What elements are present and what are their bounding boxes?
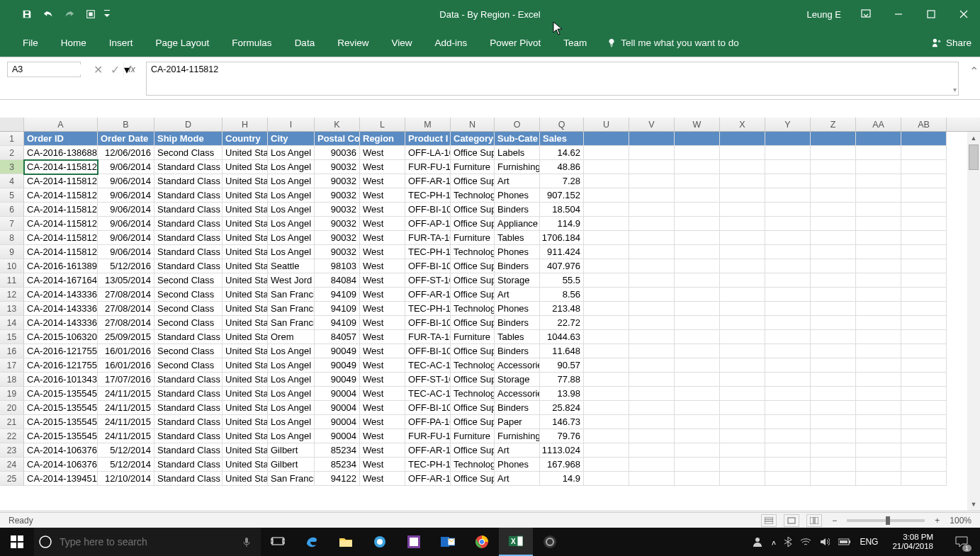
cell[interactable]: 85234 bbox=[315, 443, 360, 458]
cell[interactable]: 5/12/2014 bbox=[98, 443, 154, 458]
cell[interactable] bbox=[629, 231, 675, 245]
cell[interactable] bbox=[856, 330, 901, 344]
cell[interactable]: Technolog bbox=[451, 245, 495, 259]
cell[interactable]: CA-2016-121755 bbox=[24, 344, 98, 358]
cell[interactable]: Los Angel bbox=[268, 188, 315, 203]
column-header[interactable]: I bbox=[268, 118, 315, 131]
qat-customize-button[interactable] bbox=[102, 4, 112, 24]
row-header[interactable]: 9 bbox=[0, 245, 24, 259]
column-header[interactable]: D bbox=[154, 118, 223, 131]
cell[interactable]: Binders bbox=[495, 316, 540, 330]
cell[interactable]: 90032 bbox=[315, 203, 360, 217]
column-header[interactable]: K bbox=[315, 118, 360, 131]
cell[interactable] bbox=[720, 160, 765, 174]
cell[interactable]: 90004 bbox=[315, 387, 360, 401]
column-header[interactable]: M bbox=[405, 118, 451, 131]
row-header[interactable]: 18 bbox=[0, 373, 24, 387]
cell[interactable]: 84057 bbox=[315, 330, 360, 344]
cell[interactable] bbox=[811, 344, 856, 358]
cell[interactable] bbox=[901, 387, 947, 401]
cell[interactable] bbox=[675, 458, 720, 472]
row-header[interactable]: 11 bbox=[0, 273, 24, 288]
cell[interactable]: United Sta bbox=[223, 330, 268, 344]
cell[interactable]: Binders bbox=[495, 259, 540, 273]
cell[interactable] bbox=[811, 302, 856, 316]
column-header[interactable]: B bbox=[98, 118, 154, 131]
cell[interactable]: OFF-BI-10 bbox=[405, 316, 451, 330]
cell[interactable]: Office Sup bbox=[451, 146, 495, 160]
ribbon-tab-review[interactable]: Review bbox=[326, 28, 380, 57]
redo-button[interactable] bbox=[60, 4, 79, 24]
cell[interactable] bbox=[584, 259, 629, 273]
zoom-slider[interactable] bbox=[847, 519, 925, 522]
cell[interactable]: Accessorie bbox=[495, 358, 540, 373]
cell[interactable]: 907.152 bbox=[540, 188, 584, 203]
cell[interactable]: 90004 bbox=[315, 429, 360, 443]
cell[interactable]: Binders bbox=[495, 401, 540, 415]
cell[interactable]: OFF-AR-10 bbox=[405, 174, 451, 188]
cancel-formula-button[interactable]: ✕ bbox=[89, 62, 106, 77]
cell[interactable]: 9/06/2014 bbox=[98, 174, 154, 188]
cell[interactable]: FUR-TA-10 bbox=[405, 330, 451, 344]
cell[interactable]: Office Sup bbox=[451, 401, 495, 415]
cell[interactable]: Second Class bbox=[154, 146, 223, 160]
cell[interactable]: Los Angel bbox=[268, 429, 315, 443]
cell[interactable] bbox=[675, 401, 720, 415]
row-header[interactable]: 13 bbox=[0, 302, 24, 316]
header-cell[interactable]: Postal Co bbox=[315, 132, 360, 146]
cell[interactable]: Technolog bbox=[451, 458, 495, 472]
cell[interactable]: 27/08/2014 bbox=[98, 316, 154, 330]
cell[interactable]: 24/11/2015 bbox=[98, 387, 154, 401]
header-cell[interactable] bbox=[856, 132, 901, 146]
ribbon-tab-file[interactable]: File bbox=[11, 28, 50, 57]
cell[interactable] bbox=[584, 316, 629, 330]
cell[interactable]: 90004 bbox=[315, 401, 360, 415]
cell[interactable]: OFF-ST-10 bbox=[405, 373, 451, 387]
cell[interactable]: United Sta bbox=[223, 217, 268, 231]
cell[interactable] bbox=[901, 288, 947, 302]
cell[interactable] bbox=[675, 259, 720, 273]
cell[interactable]: CA-2015-135545 bbox=[24, 429, 98, 443]
column-header[interactable]: Y bbox=[765, 118, 811, 131]
cell[interactable]: Los Angel bbox=[268, 217, 315, 231]
cell[interactable] bbox=[675, 344, 720, 358]
cell[interactable] bbox=[811, 458, 856, 472]
cell[interactable]: Office Sup bbox=[451, 344, 495, 358]
cell[interactable]: 13.98 bbox=[540, 387, 584, 401]
cell[interactable]: 27/08/2014 bbox=[98, 288, 154, 302]
cell[interactable] bbox=[856, 429, 901, 443]
cell[interactable]: 94109 bbox=[315, 302, 360, 316]
cell[interactable] bbox=[629, 259, 675, 273]
cell[interactable]: 90049 bbox=[315, 344, 360, 358]
column-header[interactable]: L bbox=[360, 118, 405, 131]
normal-view-button[interactable] bbox=[761, 514, 777, 527]
cell[interactable]: West bbox=[360, 415, 405, 429]
cell[interactable] bbox=[629, 245, 675, 259]
cell[interactable]: Office Sup bbox=[451, 472, 495, 486]
tray-expand-icon[interactable]: ʌ bbox=[772, 538, 776, 546]
cell[interactable]: OFF-ST-10 bbox=[405, 273, 451, 288]
minimize-button[interactable] bbox=[882, 0, 915, 28]
cell[interactable] bbox=[765, 231, 811, 245]
cell[interactable]: Tables bbox=[495, 330, 540, 344]
cell[interactable] bbox=[584, 373, 629, 387]
cell[interactable]: 16/01/2016 bbox=[98, 358, 154, 373]
cell[interactable]: 90.57 bbox=[540, 358, 584, 373]
ribbon-tab-view[interactable]: View bbox=[380, 28, 423, 57]
row-header[interactable]: 24 bbox=[0, 458, 24, 472]
cell[interactable]: CA-2014-115812 bbox=[24, 231, 98, 245]
cell[interactable] bbox=[629, 330, 675, 344]
save-button[interactable] bbox=[17, 4, 37, 24]
cell[interactable]: 1706.184 bbox=[540, 231, 584, 245]
cell[interactable]: United Sta bbox=[223, 231, 268, 245]
cell[interactable]: Los Angel bbox=[268, 146, 315, 160]
cell[interactable] bbox=[584, 429, 629, 443]
cell[interactable]: United Sta bbox=[223, 273, 268, 288]
cell[interactable]: 407.976 bbox=[540, 259, 584, 273]
cell[interactable]: FUR-TA-10 bbox=[405, 231, 451, 245]
row-header[interactable]: 16 bbox=[0, 344, 24, 358]
cell[interactable] bbox=[901, 160, 947, 174]
cell[interactable] bbox=[720, 401, 765, 415]
cell[interactable] bbox=[675, 188, 720, 203]
header-cell[interactable]: Product I bbox=[405, 132, 451, 146]
